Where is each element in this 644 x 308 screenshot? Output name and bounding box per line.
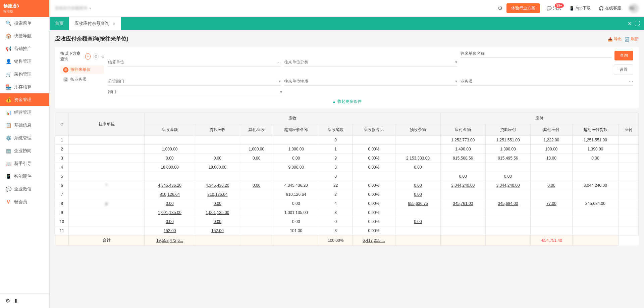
row-ar-loan[interactable]: 810,126.64 xyxy=(195,190,240,199)
sidebar-item-hardware[interactable]: 📱 智能硬件 xyxy=(0,170,49,183)
row-ar-other[interactable] xyxy=(240,226,273,235)
set-button[interactable]: 设置 xyxy=(614,64,633,75)
row-ap-amount[interactable] xyxy=(440,226,485,235)
sidebar-item-search[interactable]: 🔍 搜索菜单 xyxy=(0,17,49,30)
scheme-collapse-icon[interactable]: « xyxy=(101,54,104,59)
row-ar-other[interactable]: 1,000.00 xyxy=(240,145,273,154)
sidebar-item-operations[interactable]: 📊 经营管理 xyxy=(0,106,49,119)
row-ap-loan[interactable] xyxy=(485,208,530,217)
row-ap-other[interactable]: 13.00 xyxy=(531,154,573,163)
row-ar-prepay[interactable]: 0.00 xyxy=(395,190,440,199)
app-download-badge[interactable]: 📱 App下载 xyxy=(569,5,591,11)
sidebar-item-inventory[interactable]: 🏪 库存核算 xyxy=(0,81,49,93)
row-ar-prepay[interactable] xyxy=(395,136,440,145)
row-ap-amount[interactable] xyxy=(440,190,485,199)
sub-dept-chevron[interactable]: ▾ xyxy=(280,90,282,94)
scheme-settings-icon[interactable]: ⚙ xyxy=(93,53,99,60)
user-avatar[interactable]: Rit xyxy=(629,4,639,13)
row-ar-loan[interactable]: 152.00 xyxy=(195,226,240,235)
row-ap-amount[interactable]: 915,508.56 xyxy=(440,154,485,163)
row-ap-other[interactable] xyxy=(531,190,573,199)
row-ap-amount[interactable]: 1,252,773.00 xyxy=(440,136,485,145)
row-ap-other[interactable] xyxy=(531,226,573,235)
row-ar-prepay[interactable] xyxy=(395,226,440,235)
online-service-badge[interactable]: 🎧 在线客服 xyxy=(599,5,621,11)
row-ar-amount[interactable]: 0.00 xyxy=(145,217,195,226)
row-ar-prepay[interactable]: 0.00 xyxy=(395,163,440,172)
export-button[interactable]: 📤 导出 xyxy=(608,36,622,42)
row-ap-loan[interactable] xyxy=(485,163,530,172)
refresh-button[interactable]: 🔄 刷新 xyxy=(625,36,639,42)
row-ar-amount[interactable]: 1,000.00 xyxy=(145,145,195,154)
sub-dept-input[interactable] xyxy=(117,90,279,94)
scheme-item-staff[interactable]: 员 按业务员 xyxy=(60,75,104,84)
unit-nature-chevron[interactable]: ▾ xyxy=(455,79,457,84)
dept-input[interactable] xyxy=(125,79,277,84)
row-ap-other[interactable]: 0.00 xyxy=(531,181,573,190)
row-ap-amount[interactable]: 3,044,240.00 xyxy=(440,181,485,190)
unit-nature-input[interactable] xyxy=(310,79,453,84)
row-ar-other[interactable] xyxy=(240,172,273,181)
add-scheme-button[interactable]: + xyxy=(85,53,91,60)
sidebar-item-enterprise[interactable]: 🏢 企业协同 xyxy=(0,144,49,157)
row-ar-loan[interactable]: 0.00 xyxy=(195,217,240,226)
sidebar-item-finance[interactable]: 💰 资金管理 xyxy=(0,93,49,106)
sidebar-item-marketing[interactable]: 📢 营销推广 xyxy=(0,42,49,55)
row-ap-loan[interactable]: 3,044,240.00 xyxy=(485,181,530,190)
tab-home[interactable]: 首页 xyxy=(50,17,69,30)
trial-button[interactable]: 体验行业方案 xyxy=(506,3,540,13)
settlement-unit-input[interactable] xyxy=(125,60,275,64)
row-ar-other[interactable] xyxy=(240,217,273,226)
row-ap-other[interactable] xyxy=(531,172,573,181)
sidebar-item-system[interactable]: ⚙️ 系统管理 xyxy=(0,132,49,144)
row-ar-amount[interactable]: 810,126.64 xyxy=(145,190,195,199)
sidebar-item-guide[interactable]: 📖 新手引导 xyxy=(0,157,49,170)
unit-category-chevron[interactable]: ▾ xyxy=(455,60,457,64)
tab-close-window-button[interactable]: ✕ xyxy=(628,20,632,27)
row-ar-prepay[interactable]: 655,636.75 xyxy=(395,199,440,208)
row-ar-loan[interactable]: 1,001,135.00 xyxy=(195,208,240,217)
row-ap-amount[interactable]: 345,761.00 xyxy=(440,199,485,208)
row-ar-prepay[interactable]: 0.00 xyxy=(395,217,440,226)
message-badge[interactable]: 💬 消息 99+ xyxy=(547,5,561,11)
row-ap-loan[interactable]: 0.00 xyxy=(485,172,530,181)
scheme-item-unit[interactable]: 单 按往来单位 xyxy=(60,65,104,74)
footer-ap-prepay[interactable]: 6,417,215.... xyxy=(352,235,395,246)
row-ar-amount[interactable] xyxy=(145,136,195,145)
row-ar-loan[interactable]: 4,345,436.20 xyxy=(195,181,240,190)
row-ar-loan[interactable] xyxy=(195,145,240,154)
salesman-input[interactable] xyxy=(474,79,628,84)
row-ar-amount[interactable]: 4,345,436.20 xyxy=(145,181,195,190)
row-ar-other[interactable] xyxy=(240,199,273,208)
row-ap-loan[interactable] xyxy=(485,217,530,226)
row-ar-other[interactable] xyxy=(240,163,273,172)
row-ar-other[interactable]: 0.00 xyxy=(240,181,273,190)
row-ar-prepay[interactable] xyxy=(395,145,440,154)
row-ap-other[interactable] xyxy=(531,217,573,226)
sidebar-item-sales[interactable]: 👤 销售管理 xyxy=(0,55,49,68)
row-ar-loan[interactable] xyxy=(195,136,240,145)
sidebar-item-purchase[interactable]: 🛒 采购管理 xyxy=(0,68,49,81)
salesman-dots[interactable]: ··· xyxy=(629,78,633,84)
dept-chevron[interactable]: ▾ xyxy=(279,79,281,84)
table-settings-icon[interactable]: ⚙ xyxy=(60,122,64,127)
row-ap-other[interactable] xyxy=(531,208,573,217)
footer-ar-total[interactable]: 19,553,472,6... xyxy=(145,235,195,246)
row-ar-other[interactable] xyxy=(240,136,273,145)
row-ar-prepay[interactable] xyxy=(395,208,440,217)
row-ar-other[interactable] xyxy=(240,190,273,199)
sidebar-item-wechat[interactable]: 💬 企业微信 xyxy=(0,183,49,195)
tab-arbalance[interactable]: 应收应付余额查询 ✕ xyxy=(69,17,121,30)
row-ar-other[interactable]: 0.00 xyxy=(240,154,273,163)
row-ap-loan[interactable]: 345,684.00 xyxy=(485,199,530,208)
row-ap-loan[interactable] xyxy=(485,226,530,235)
row-ap-amount[interactable] xyxy=(440,208,485,217)
settlement-unit-dots[interactable]: ··· xyxy=(276,59,281,65)
row-ar-amount[interactable] xyxy=(145,172,195,181)
row-ap-other[interactable] xyxy=(531,163,573,172)
row-ar-amount[interactable]: 18,000.00 xyxy=(145,163,195,172)
row-ap-other[interactable]: 1,222.00 xyxy=(531,136,573,145)
row-ap-loan[interactable]: 915,495.56 xyxy=(485,154,530,163)
row-ar-prepay[interactable]: 0.00 xyxy=(395,181,440,190)
row-ar-loan[interactable]: 0.00 xyxy=(195,154,240,163)
